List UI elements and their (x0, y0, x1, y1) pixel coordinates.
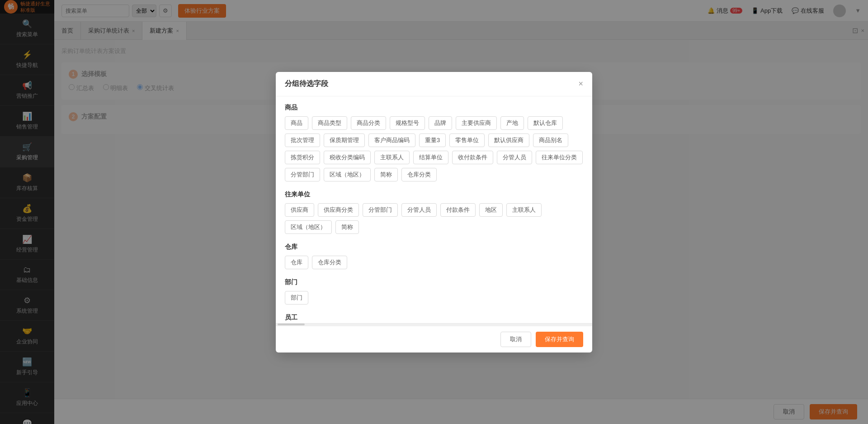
field-tag[interactable]: 分管人员 (497, 151, 532, 164)
field-tag[interactable]: 默认供应商 (488, 133, 529, 147)
field-tag[interactable]: 收付款条件 (452, 151, 493, 164)
field-tag[interactable]: 商品 (285, 116, 308, 130)
field-tag[interactable]: 简称 (374, 168, 398, 181)
field-tag[interactable]: 商品类型 (312, 116, 347, 130)
field-tag[interactable]: 零售单位 (449, 133, 485, 147)
category-dept-title: 部门 (285, 278, 583, 286)
goods-fields: 商品 商品类型 商品分类 规格型号 品牌 主要供应商 产地 默认仓库 批次管理 … (285, 116, 583, 181)
modal-footer: 取消 保存并查询 (276, 326, 592, 353)
field-tag[interactable]: 结算单位 (413, 151, 448, 164)
field-tag[interactable]: 商品别名 (533, 133, 568, 147)
field-tag[interactable]: 默认仓库 (528, 116, 563, 130)
field-tag[interactable]: 区域（地区） (324, 168, 371, 181)
category-warehouse-title: 仓库 (285, 243, 583, 251)
field-tag[interactable]: 主联系人 (374, 151, 410, 164)
category-goods: 商品 商品 商品类型 商品分类 规格型号 品牌 主要供应商 产地 默认仓库 批次… (285, 104, 583, 181)
category-partner: 往来单位 供应商 供应商分类 分管部门 分管人员 付款条件 地区 主联系人 区域… (285, 191, 583, 234)
field-tag[interactable]: 重量3 (419, 133, 446, 147)
field-tag[interactable]: 地区 (479, 203, 503, 217)
field-tag[interactable]: 分管部门 (285, 168, 320, 181)
modal-close-button[interactable]: × (578, 79, 583, 89)
warehouse-fields: 仓库 仓库分类 (285, 256, 583, 269)
field-tag[interactable]: 仓库 (285, 256, 308, 269)
field-tag[interactable]: 简称 (335, 220, 359, 234)
modal-header: 分组待选字段 × (276, 72, 592, 96)
field-tag[interactable]: 部门 (285, 291, 308, 305)
field-tag[interactable]: 供应商分类 (318, 203, 359, 217)
field-tag[interactable]: 区域（地区） (285, 220, 332, 234)
category-partner-title: 往来单位 (285, 191, 583, 199)
field-tag[interactable]: 产地 (500, 116, 524, 130)
category-goods-title: 商品 (285, 104, 583, 112)
field-tag[interactable]: 往来单位分类 (536, 151, 583, 164)
category-employee-title: 员工 (285, 314, 583, 322)
field-tag[interactable]: 仓库分类 (312, 256, 347, 269)
field-tag[interactable]: 商品分类 (351, 116, 386, 130)
field-select-modal: 分组待选字段 × 商品 商品 商品类型 商品分类 规格型号 品牌 主要供应商 产… (276, 72, 592, 353)
category-dept: 部门 部门 (285, 278, 583, 305)
modal-overlay: 分组待选字段 × 商品 商品 商品类型 商品分类 规格型号 品牌 主要供应商 产… (0, 0, 868, 424)
field-tag[interactable]: 税收分类编码 (324, 151, 371, 164)
field-tag[interactable]: 主联系人 (506, 203, 542, 217)
field-tag[interactable]: 分管人员 (401, 203, 437, 217)
modal-hscroll-thumb (278, 324, 305, 325)
field-tag[interactable]: 客户商品编码 (368, 133, 415, 147)
modal-confirm-button[interactable]: 保存并查询 (536, 332, 583, 347)
field-tag[interactable]: 供应商 (285, 203, 314, 217)
category-warehouse: 仓库 仓库 仓库分类 (285, 243, 583, 269)
field-tag[interactable]: 付款条件 (440, 203, 476, 217)
modal-title: 分组待选字段 (285, 79, 328, 89)
partner-fields: 供应商 供应商分类 分管部门 分管人员 付款条件 地区 主联系人 区域（地区） … (285, 203, 583, 234)
field-tag[interactable]: 批次管理 (285, 133, 320, 147)
modal-body: 商品 商品 商品类型 商品分类 规格型号 品牌 主要供应商 产地 默认仓库 批次… (276, 96, 592, 323)
field-tag[interactable]: 品牌 (429, 116, 452, 130)
field-tag[interactable]: 规格型号 (390, 116, 425, 130)
field-tag[interactable]: 主要供应商 (456, 116, 497, 130)
field-tag[interactable]: 分管部门 (363, 203, 398, 217)
field-tag[interactable]: 仓库分类 (401, 168, 437, 181)
modal-cancel-button[interactable]: 取消 (500, 332, 531, 347)
field-tag[interactable]: 保质期管理 (324, 133, 365, 147)
category-employee: 员工 业务员 (285, 314, 583, 323)
dept-fields: 部门 (285, 291, 583, 305)
field-tag[interactable]: 拣货积分 (285, 151, 320, 164)
